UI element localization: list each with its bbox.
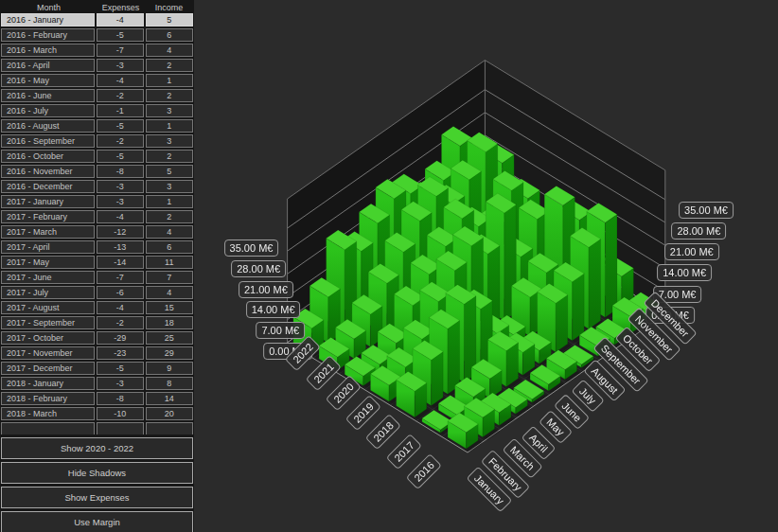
- expenses-cell: -1: [97, 104, 144, 117]
- income-cell: 3: [146, 180, 193, 193]
- month-cell: 2017 - May: [1, 256, 95, 269]
- income-cell: 2: [146, 89, 193, 102]
- table-row[interactable]: 2017 - March-124: [1, 225, 193, 239]
- month-cell: 2017 - March: [1, 225, 95, 239]
- table-row[interactable]: 2017 - February-42: [1, 210, 193, 223]
- income-cell: 1: [146, 74, 193, 87]
- table-row[interactable]: 2017 - September-218: [1, 316, 193, 329]
- income-cell: 1: [146, 195, 193, 208]
- table-row[interactable]: 2018 - March-1020: [1, 407, 193, 420]
- table-row[interactable]: 2017 - October-2925: [1, 331, 193, 345]
- empty-cell: [146, 422, 193, 434]
- income-cell: 2: [146, 59, 193, 72]
- expenses-cell: -29: [97, 331, 144, 345]
- table-row[interactable]: 2017 - August-415: [1, 301, 193, 314]
- application-window: Month Expenses Income 2016 - January-452…: [0, 0, 778, 532]
- month-cell: 2016 - July: [1, 104, 95, 117]
- table-row[interactable]: 2017 - May-1411: [1, 256, 193, 269]
- hide-shadows-button[interactable]: Hide Shadows: [1, 462, 193, 484]
- sidebar: Month Expenses Income 2016 - January-452…: [0, 0, 194, 532]
- table-row[interactable]: 2016 - July-13: [1, 104, 193, 117]
- month-cell: 2017 - January: [1, 195, 95, 208]
- table-row[interactable]: 2017 - November-2329: [1, 346, 193, 360]
- month-cell: 2017 - April: [1, 240, 95, 254]
- month-cell: 2016 - January: [1, 13, 95, 27]
- expenses-cell: -8: [97, 392, 144, 405]
- month-cell: 2018 - March: [1, 407, 95, 420]
- month-cell: 2016 - March: [1, 44, 95, 57]
- table-row[interactable]: 2017 - July-64: [1, 286, 193, 299]
- income-cell: 4: [146, 286, 193, 299]
- table-row[interactable]: 2018 - January-38: [1, 377, 193, 390]
- table-row[interactable]: 2016 - May-41: [1, 74, 193, 87]
- table-row[interactable]: 2016 - June-22: [1, 89, 193, 102]
- month-cell: 2016 - December: [1, 180, 95, 193]
- table-row[interactable]: 2016 - November-85: [1, 165, 193, 178]
- income-cell: 15: [146, 301, 193, 314]
- expenses-cell: -8: [97, 165, 144, 178]
- expenses-cell: -2: [97, 316, 144, 329]
- month-cell: 2016 - August: [1, 119, 95, 133]
- table-row[interactable]: 2017 - December-59: [1, 362, 193, 375]
- income-cell: 2: [146, 150, 193, 163]
- income-cell: 5: [146, 165, 193, 178]
- show-range-button[interactable]: Show 2020 - 2022: [1, 437, 193, 459]
- month-cell: 2017 - October: [1, 331, 95, 345]
- table-row[interactable]: 2016 - April-32: [1, 59, 193, 72]
- table-row[interactable]: 2016 - March-74: [1, 44, 193, 57]
- column-header-month: Month: [1, 3, 97, 12]
- table-row[interactable]: 2017 - April-136: [1, 240, 193, 254]
- expenses-cell: -4: [97, 74, 144, 87]
- income-cell: 20: [146, 407, 193, 420]
- expenses-cell: -3: [97, 180, 144, 193]
- expenses-cell: -3: [97, 59, 144, 72]
- use-margin-button[interactable]: Use Margin: [1, 511, 193, 532]
- table-row-clipped: [1, 422, 193, 434]
- income-cell: 5: [146, 13, 193, 27]
- table-row[interactable]: 2016 - February-56: [1, 28, 193, 42]
- income-cell: 29: [146, 346, 193, 360]
- show-expenses-button[interactable]: Show Expenses: [1, 487, 193, 508]
- month-cell: 2017 - July: [1, 286, 95, 299]
- month-cell: 2016 - February: [1, 28, 95, 42]
- expenses-cell: -5: [97, 119, 144, 133]
- table-row[interactable]: 2016 - December-33: [1, 180, 193, 193]
- month-cell: 2017 - February: [1, 210, 95, 223]
- income-cell: 2: [146, 210, 193, 223]
- expenses-cell: -2: [97, 134, 144, 148]
- income-cell: 6: [146, 240, 193, 254]
- month-cell: 2017 - August: [1, 301, 95, 314]
- bars-3d-chart[interactable]: [194, 0, 778, 532]
- table-row[interactable]: 2018 - February-814: [1, 392, 193, 405]
- expenses-cell: -5: [97, 28, 144, 42]
- month-cell: 2017 - December: [1, 362, 95, 375]
- month-cell: 2016 - October: [1, 150, 95, 163]
- button-stack: Show 2020 - 2022 Hide Shadows Show Expen…: [1, 434, 193, 532]
- expenses-cell: -7: [97, 44, 144, 57]
- table-row[interactable]: 2017 - June-77: [1, 271, 193, 284]
- income-cell: 25: [146, 331, 193, 345]
- expenses-cell: -5: [97, 362, 144, 375]
- income-cell: 8: [146, 377, 193, 390]
- table-header: Month Expenses Income: [1, 1, 193, 13]
- month-cell: 2018 - January: [1, 377, 95, 390]
- table-row[interactable]: 2016 - October-52: [1, 150, 193, 163]
- income-cell: 18: [146, 316, 193, 329]
- month-cell: 2017 - September: [1, 316, 95, 329]
- month-cell: 2016 - June: [1, 89, 95, 102]
- chart-area: 0.00 M€7.00 M€14.00 M€21.00 M€28.00 M€35…: [194, 0, 778, 532]
- month-cell: 2016 - November: [1, 165, 95, 178]
- expenses-cell: -10: [97, 407, 144, 420]
- expenses-cell: -3: [97, 195, 144, 208]
- table-row[interactable]: 2016 - January-45: [1, 13, 193, 27]
- empty-cell: [1, 422, 95, 434]
- expenses-cell: -6: [97, 286, 144, 299]
- month-cell: 2017 - November: [1, 346, 95, 360]
- expenses-cell: -7: [97, 271, 144, 284]
- expenses-cell: -2: [97, 89, 144, 102]
- table-row[interactable]: 2016 - August-51: [1, 119, 193, 133]
- table-row[interactable]: 2017 - January-31: [1, 195, 193, 208]
- month-cell: 2018 - February: [1, 392, 95, 405]
- table-row[interactable]: 2016 - September-23: [1, 134, 193, 148]
- income-cell: 9: [146, 362, 193, 375]
